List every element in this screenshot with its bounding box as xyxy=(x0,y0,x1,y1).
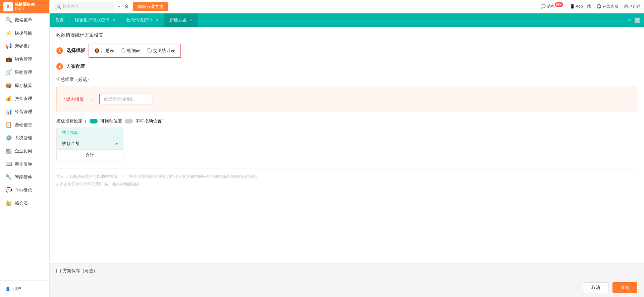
tab-receipt-stats-close[interactable]: × xyxy=(156,18,158,22)
logo-icon: 6 xyxy=(3,2,13,11)
logo-text: 畅捷通好生 xyxy=(15,2,35,7)
message-label[interactable]: 💬 消息 99+ xyxy=(541,4,565,9)
trial-industry-button[interactable]: 体验行业方案 xyxy=(133,2,168,11)
tab-new-plan[interactable]: 新建方案 × xyxy=(164,13,198,27)
draggable-label: 可拖动位置 xyxy=(100,118,122,124)
sidebar-item-label: 快捷导航 xyxy=(15,30,32,36)
tabbar: 首页 现金银行流水查询 × 收款情况统计 × 新建方案 × ✕ ⬜ xyxy=(50,13,644,27)
sidebar-item-cooperation[interactable]: 🏢 企业协同 xyxy=(0,144,49,157)
sidebar-item-wechat[interactable]: 💬 企业微信 xyxy=(0,184,49,197)
tips-section: 提示： 1.拖动标题栏可以调整布局，不可跨维度或指标区域拖动栏目字段(只能在同一… xyxy=(56,168,637,187)
user-info[interactable]: 用户名称 xyxy=(624,4,640,9)
logo-badge: 标准版 xyxy=(15,7,35,11)
sidebar-item-marketing[interactable]: 📢 营销推广 xyxy=(0,40,49,53)
inventory-icon: 📦 xyxy=(5,82,12,89)
template-radio-group: 汇总表 明细表 交叉统计表 xyxy=(95,48,175,54)
metrics-cell-amount[interactable]: 收款金额 ▾ xyxy=(57,138,123,149)
save-plan-checkbox-label[interactable]: 方案保存（可选） xyxy=(56,268,98,274)
sidebar-item-member[interactable]: 👑 畅会员 xyxy=(0,197,49,210)
maximize-window-icon[interactable]: ⬜ xyxy=(634,17,640,23)
app-download-label[interactable]: 📱 App下载 xyxy=(570,4,591,9)
content-area: 收款情况统计方案设置 1 选择模板 汇总表 明细表 xyxy=(50,27,644,297)
close-window-icon[interactable]: ✕ xyxy=(628,17,632,23)
sidebar-item-finance[interactable]: 💰 资金管理 xyxy=(0,92,49,105)
section2-header: 2 方案配置 xyxy=(56,63,637,70)
sidebar-item-label: 库存核算 xyxy=(15,83,32,89)
sidebar-item-purchase[interactable]: 🛒 采购管理 xyxy=(0,66,49,79)
footer-actions: 取消 查询 xyxy=(50,278,644,297)
quicknav-icon: ⚡ xyxy=(5,30,12,36)
metrics-cell-amount-label: 收款金额 xyxy=(62,141,79,147)
tab-cash-flow-close[interactable]: × xyxy=(113,18,115,22)
search-placeholder-text: 搜索内容 xyxy=(63,4,79,9)
system-icon: ⚙️ xyxy=(5,135,12,141)
query-button[interactable]: 查询 xyxy=(612,282,637,293)
sidebar-item-system[interactable]: ⚙️ 系统管理 xyxy=(0,131,49,144)
tab-receipt-stats[interactable]: 收款情况统计 × xyxy=(121,13,164,27)
wechat-icon: 💬 xyxy=(5,187,12,193)
non-draggable-label: 不可拖动位置） xyxy=(136,118,166,124)
metrics-label-prefix: 模板指标设定（ xyxy=(56,118,87,124)
section2-title: 方案配置 xyxy=(66,63,85,69)
sales-icon: 💼 xyxy=(5,56,12,62)
tab-cash-flow-label: 现金银行流水查询 xyxy=(75,17,110,23)
app-logo: 6 畅捷通好生 标准版 xyxy=(0,0,49,13)
member-icon: 👑 xyxy=(5,200,12,206)
sidebar-item-label: 搜索菜单 xyxy=(15,17,32,23)
dropdown-arrow-icon[interactable]: ▾ xyxy=(118,4,120,9)
sidebar-bottom: 👤 用户 xyxy=(0,280,49,297)
tab-cash-flow[interactable]: 现金银行流水查询 × xyxy=(69,13,121,27)
template-summary-label: 汇总表 xyxy=(101,48,114,54)
template-cross-radio[interactable]: 交叉统计表 xyxy=(147,48,175,54)
template-cross-input[interactable] xyxy=(147,48,152,53)
search-icon: 🔍 xyxy=(56,4,61,9)
template-detail-label: 明细表 xyxy=(127,48,140,54)
dimension-select-dropdown[interactable]: 请选择分组维度 xyxy=(99,94,153,104)
sidebar-bottom-user[interactable]: 👤 用户 xyxy=(0,283,49,294)
content-inner: 收款情况统计方案设置 1 选择模板 汇总表 明细表 xyxy=(50,27,644,263)
sidebar-item-label: 经营管理 xyxy=(15,109,32,115)
sidebar-item-label: 销售管理 xyxy=(15,56,32,62)
template-detail-input[interactable] xyxy=(121,48,125,53)
sidebar-item-basicinfo[interactable]: 📋 基础信息 xyxy=(0,118,49,131)
metrics-table: 统计指标 收款金额 ▾ 合计 xyxy=(56,128,123,161)
section2-num: 2 xyxy=(56,63,63,70)
sidebar-item-label: 采购管理 xyxy=(15,69,32,76)
dimension-arrow: → xyxy=(89,96,94,102)
sidebar-item-guide[interactable]: 📖 新手引导 xyxy=(0,157,49,170)
dimension-row: * 纵向维度 → 请选择分组维度 xyxy=(63,94,630,104)
save-plan-label: 方案保存（可选） xyxy=(63,268,98,274)
tab-new-plan-close[interactable]: × xyxy=(190,18,193,22)
sidebar-item-label: 智能硬件 xyxy=(15,174,32,180)
tab-home-label: 首页 xyxy=(55,17,64,23)
save-plan-checkbox[interactable] xyxy=(56,269,61,273)
sidebar-item-label: 基础信息 xyxy=(15,122,32,128)
sidebar-item-label: 系统管理 xyxy=(15,135,32,141)
sidebar-item-hardware[interactable]: 🔧 智能硬件 xyxy=(0,170,49,184)
topbar-gear-icon[interactable]: ⚙ xyxy=(124,3,129,10)
template-detail-radio[interactable]: 明细表 xyxy=(121,48,140,54)
template-summary-radio[interactable]: 汇总表 xyxy=(95,48,114,54)
metrics-dropdown-arrow-icon[interactable]: ▾ xyxy=(116,141,118,146)
sidebar-item-label: 新手引导 xyxy=(15,161,32,167)
template-summary-input[interactable] xyxy=(95,48,99,53)
window-controls: ✕ ⬜ xyxy=(624,13,644,27)
sidebar-item-quicknav[interactable]: ⚡ 快捷导航 xyxy=(0,27,49,40)
sidebar-item-sales[interactable]: 💼 销售管理 xyxy=(0,53,49,66)
notification-badge: 99+ xyxy=(555,2,563,7)
sidebar-item-management[interactable]: 📊 经营管理 xyxy=(0,105,49,118)
marketing-icon: 📢 xyxy=(5,43,12,49)
main-area: 🔍 搜索内容 ▾ ⚙ 体验行业方案 💬 消息 99+ 📱 App下载 🎧 在线客… xyxy=(50,0,644,297)
tab-home[interactable]: 首页 xyxy=(50,13,69,27)
vertical-dimension-label: * 纵向维度 xyxy=(63,96,84,102)
sidebar-nav: 🔍 搜索菜单 ⚡ 快捷导航 📢 营销推广 💼 销售管理 🛒 采购管理 📦 库存核… xyxy=(0,13,49,280)
online-service-label[interactable]: 🎧 在线客服 xyxy=(596,4,619,9)
topbar-search-box[interactable]: 🔍 搜索内容 xyxy=(54,2,114,11)
sidebar-item-inventory[interactable]: 📦 库存核算 xyxy=(0,79,49,92)
guide-icon: 📖 xyxy=(5,161,12,167)
purchase-icon: 🛒 xyxy=(5,69,12,76)
sidebar-item-label: 畅会员 xyxy=(15,200,28,206)
sidebar-item-search[interactable]: 🔍 搜索菜单 xyxy=(0,13,49,27)
draggable-toggle-on xyxy=(90,119,98,123)
cancel-button[interactable]: 取消 xyxy=(583,282,608,293)
